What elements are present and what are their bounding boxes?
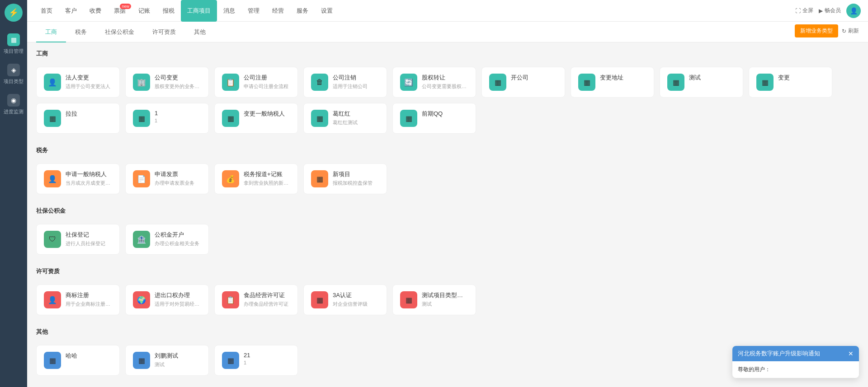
card-desc-import-export: 适用于对外贸易经营者 [155,301,201,308]
section-social-fund: 社保公积金 [27,200,868,224]
card-lala[interactable]: ▦ 拉拉 [36,103,120,134]
card-icon-apply-invoice: 📄 [133,170,150,187]
card-legal-change[interactable]: 👤 法人变更 适用于公司变更法人 [36,67,120,98]
card-apply-taxpayer[interactable]: 👤 申请一般纳税人 当月或次月成变更完成 [36,163,120,194]
nav-message[interactable]: 消息 [217,0,241,22]
card-tax-report-accounting[interactable]: 💰 税务报道+记账 拿到营业执照的新公司 [214,163,298,194]
card-text-tax-report-accounting: 税务报道+记账 拿到营业执照的新公司 [244,170,290,187]
notification-body-text: 尊敬的用户： [738,366,770,373]
card-icon-gehonghong: ▦ [311,110,328,127]
card-text-equity-transfer: 股权转让 公司变更需要股权转让 [422,74,468,90]
sidebar-label-project-mgmt: 项目管理 [4,48,24,55]
card-change-taxpayer[interactable]: ▦ 变更一般纳税人 [214,103,298,134]
nav-accounting[interactable]: 记账 [132,0,156,22]
new-biz-type-button[interactable]: 新增业务类型 [795,24,838,37]
nav-billing[interactable]: 收费 [83,0,108,22]
fullscreen-btn[interactable]: ⛶ 全屏 [795,7,813,14]
nav-industry[interactable]: 工商项目 [181,0,217,22]
card-text-fund-account: 公积金开户 办理公积金相关业务 [155,231,201,247]
card-icon-fund-account: 🏦 [133,231,150,248]
sidebar-item-project-type[interactable]: ◈ 项目类型 [0,59,27,89]
card-icon-equity-transfer: 🔄 [400,74,417,91]
card-trademark[interactable]: 👤 商标注册 用于企业商标注册服务 [36,284,120,315]
nav-home[interactable]: 首页 [34,0,59,22]
card-fund-account[interactable]: 🏦 公积金开户 办理公积金相关业务 [125,224,209,255]
content-area: 工商 税务 社保公积金 许可资质 其他 新增业务类型 ↻ 刷新 工商 👤 法人变… [27,22,868,387]
card-name-test-type-def: 测试项目类型目定义 [422,291,468,299]
card-social-register[interactable]: 🛡 社保登记 进行人员社保登记 [36,224,120,255]
card-company-cancel[interactable]: 🗑 公司注销 适用于注销公司 [303,67,387,98]
avatar[interactable]: 👤 [846,4,861,18]
card-open-company[interactable]: ▦ 开公司 [481,67,565,98]
refresh-button[interactable]: ↻ 刷新 [842,27,859,35]
card-gehonghong[interactable]: ▦ 葛红红 葛红红测试 [303,103,387,134]
nav-operation[interactable]: 经营 [266,0,290,22]
card-text-liupengtest: 刘鹏测试 测试 [155,352,201,368]
card-desc-food-license: 办理食品经营许可证 [244,301,290,308]
card-liupengtest[interactable]: ▦ 刘鹏测试 测试 [125,345,209,376]
card-test-type-def[interactable]: ▦ 测试项目类型目定义 测试 [392,284,476,315]
card-new-project[interactable]: ▦ 新项目 报税加税控盘保管 [303,163,387,194]
card-text-new-project: 新项目 报税加税控盘保管 [333,170,379,187]
card-icon-test-type-def: ▦ [400,291,417,308]
nav-service[interactable]: 服务 [290,0,315,22]
card-desc-gehonghong: 葛红红测试 [333,119,379,126]
tab-tax[interactable]: 税务 [66,22,96,42]
card-name-open-company: 开公司 [511,74,557,82]
card-icon-import-export: 🌍 [133,291,150,308]
card-name-tax-report-accounting: 税务报道+记账 [244,170,290,178]
card-name-social-register: 社保登记 [66,231,112,239]
card-desc-num21: 1 [244,360,290,365]
card-num1[interactable]: ▦ 1 1 [125,103,209,134]
card-name-equity-transfer: 股权转让 [422,74,468,82]
card-3a-cert[interactable]: ▦ 3A认证 对企业信誉评级 [303,284,387,315]
card-text-test: 测试 [689,74,736,83]
card-num21[interactable]: ▦ 21 1 [214,345,298,376]
tab-social-fund[interactable]: 社保公积金 [96,22,143,42]
tab-license[interactable]: 许可资质 [143,22,185,42]
card-icon-apply-taxpayer: 👤 [44,170,61,187]
nav-ticket[interactable]: 票据 new [108,0,132,22]
card-desc-apply-invoice: 办理申请发票业务 [155,180,201,187]
member-icon: ▶ [819,8,823,14]
card-apply-invoice[interactable]: 📄 申请发票 办理申请发票业务 [125,163,209,194]
sidebar-label-project-type: 项目类型 [4,78,24,85]
card-text-food-license: 食品经营许可证 办理食品经营许可证 [244,291,290,308]
nav-management[interactable]: 管理 [241,0,266,22]
sidebar-item-project-mgmt[interactable]: ▦ 项目管理 [0,29,27,59]
nav-settings[interactable]: 设置 [315,0,339,22]
card-name-gehonghong: 葛红红 [333,110,379,118]
card-text-company-change: 公司变更 股权变更外的业务变更 [155,74,201,90]
tax-card-grid: 👤 申请一般纳税人 当月或次月成变更完成 📄 申请发票 办理申请发票业务 💰 税… [27,163,868,200]
section-industry: 工商 [27,42,868,67]
section-title-tax: 税务 [36,146,859,154]
card-food-license[interactable]: 📋 食品经营许可证 办理食品经营许可证 [214,284,298,315]
sidebar-item-progress-monitor[interactable]: ◉ 进度监测 [0,89,27,120]
card-test[interactable]: ▦ 测试 [660,67,743,98]
notification-close-button[interactable]: ✕ [848,350,854,357]
card-company-change[interactable]: 🏢 公司变更 股权变更外的业务变更 [125,67,209,98]
section-tax: 税务 [27,139,868,163]
section-title-other: 其他 [36,328,859,336]
social-fund-card-grid: 🛡 社保登记 进行人员社保登记 🏦 公积金开户 办理公积金相关业务 [27,224,868,260]
card-name-test: 测试 [689,74,736,82]
nav-tax[interactable]: 报税 [156,0,181,22]
fullscreen-icon: ⛶ [795,8,801,14]
card-desc-social-register: 进行人员社保登记 [66,240,112,247]
card-equity-transfer[interactable]: 🔄 股权转让 公司变更需要股权转让 [392,67,476,98]
section-other: 其他 [27,321,868,345]
card-haha[interactable]: ▦ 哈哈 [36,345,120,376]
card-change-address[interactable]: ▦ 变更地址 [571,67,654,98]
card-pre-qq[interactable]: ▦ 前期QQ [392,103,476,134]
tab-industry[interactable]: 工商 [36,22,66,42]
nav-client[interactable]: 客户 [59,0,83,22]
card-name-change-address: 变更地址 [600,74,646,82]
member-btn[interactable]: ▶ 畅会员 [819,7,841,14]
card-desc-trademark: 用于企业商标注册服务 [66,301,112,308]
card-icon-liupengtest: ▦ [133,352,150,369]
card-company-register[interactable]: 📋 公司注册 申请公司注册全流程 [214,67,298,98]
tab-other[interactable]: 其他 [185,22,215,42]
tab-actions: 新增业务类型 ↻ 刷新 [795,24,859,42]
card-import-export[interactable]: 🌍 进出口权办理 适用于对外贸易经营者 [125,284,209,315]
card-change[interactable]: ▦ 变更 [749,67,832,98]
